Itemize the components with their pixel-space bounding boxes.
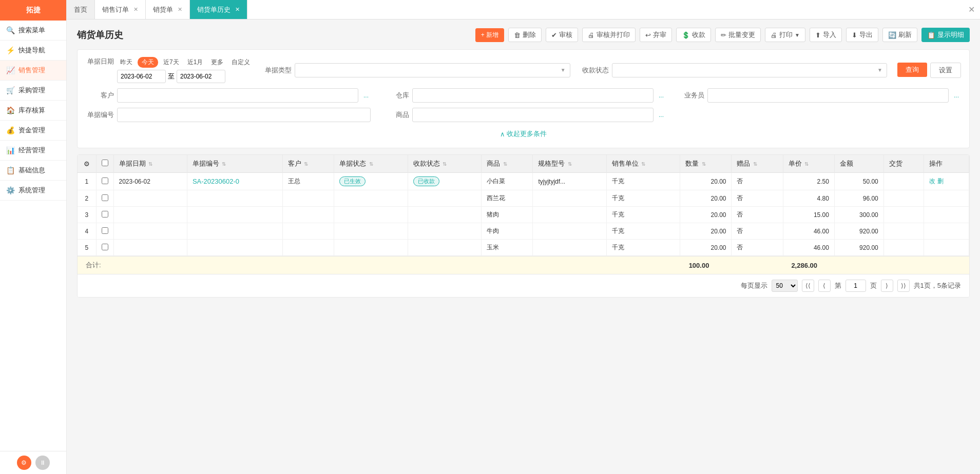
goods-input[interactable] <box>412 108 654 122</box>
row-checkbox[interactable] <box>102 177 108 184</box>
col-quantity-label: 数量 <box>685 160 699 167</box>
doc-type-select[interactable]: ▼ <box>295 63 570 77</box>
query-button[interactable]: 查询 <box>897 63 927 77</box>
import-button[interactable]: ⬆ 导入 <box>810 28 842 42</box>
new-button[interactable]: + 新增 <box>475 28 504 42</box>
cell-checkbox[interactable] <box>96 223 113 240</box>
row-checkbox[interactable] <box>102 211 108 218</box>
date-start-input[interactable] <box>117 70 166 83</box>
collapse-button[interactable]: ∧ 收起更多条件 <box>86 127 961 141</box>
tab-sales-delivery-close[interactable]: ✕ <box>178 6 182 13</box>
col-spec-header[interactable]: 规格型号 ⇅ <box>533 155 606 173</box>
customer-input[interactable] <box>117 88 358 103</box>
action-edit[interactable]: 改 <box>929 177 935 185</box>
sidebar-item-finance[interactable]: 💰 资金管理 <box>0 121 66 141</box>
cell-customer <box>283 190 334 207</box>
goods-ellipsis[interactable]: ... <box>657 111 666 118</box>
shortcut-today[interactable]: 今天 <box>138 57 158 68</box>
col-gift-header[interactable]: 赠品 ⇅ <box>732 155 783 173</box>
col-customer-header[interactable]: 客户 ⇅ <box>283 155 334 173</box>
page-size-select[interactable]: 50 100 200 <box>772 280 798 292</box>
salesperson-input[interactable] <box>707 88 949 103</box>
warehouse-ellipsis[interactable]: ... <box>657 92 666 99</box>
collect-button[interactable]: 💲 收款 <box>676 28 711 42</box>
customer-ellipsis[interactable]: ... <box>361 92 371 99</box>
col-unit-label: 销售单位 <box>612 160 639 167</box>
shortcut-yesterday[interactable]: 昨天 <box>117 57 136 68</box>
salesperson-ellipsis[interactable]: ... <box>952 92 961 99</box>
doc-number-link[interactable]: SA-20230602-0 <box>193 177 239 185</box>
col-unit-price-header[interactable]: 单价 ⇅ <box>783 155 834 173</box>
cell-checkbox[interactable] <box>96 173 113 190</box>
page-first-button[interactable]: ⟨⟨ <box>802 280 814 292</box>
col-checkbox-header[interactable] <box>96 155 113 173</box>
warehouse-input[interactable] <box>412 88 654 103</box>
col-unit-header[interactable]: 销售单位 ⇅ <box>606 155 680 173</box>
sidebar-bottom-btn1[interactable]: ⚙ <box>17 456 31 470</box>
audit-button[interactable]: ✔ 审核 <box>546 28 578 42</box>
tab-sales-history-label: 销货单历史 <box>197 5 230 14</box>
export-button[interactable]: ⬇ 导出 <box>846 28 878 42</box>
cell-customer: 王总 <box>283 173 334 190</box>
tab-sales-order-close[interactable]: ✕ <box>133 6 138 13</box>
doc-number-input[interactable] <box>117 108 371 122</box>
col-goods-header[interactable]: 商品 ⇅ <box>482 155 533 173</box>
collect-status-select[interactable]: ▼ <box>612 63 887 77</box>
date-end-input[interactable] <box>177 70 225 83</box>
cell-gift: 否 <box>732 223 783 240</box>
tab-sales-history-close[interactable]: ✕ <box>235 6 240 13</box>
cell-checkbox[interactable] <box>96 240 113 256</box>
shortcut-7days[interactable]: 近7天 <box>160 57 182 68</box>
col-collect-status-header[interactable]: 收款状态 ⇅ <box>408 155 481 173</box>
col-config-header[interactable]: ⚙ <box>78 155 96 173</box>
sidebar-item-quick-nav[interactable]: ⚡ 快捷导航 <box>0 41 66 61</box>
sidebar-item-sales-mgmt[interactable]: 📈 销售管理 <box>0 61 66 81</box>
cell-checkbox[interactable] <box>96 207 113 223</box>
tab-home[interactable]: 首页 <box>67 0 95 19</box>
shortcut-1month[interactable]: 近1月 <box>184 57 206 68</box>
sidebar-item-purchase-mgmt[interactable]: 🛒 采购管理 <box>0 81 66 101</box>
col-quantity-header[interactable]: 数量 ⇅ <box>680 155 732 173</box>
col-amount-header[interactable]: 金额 <box>834 155 883 173</box>
page-next-button[interactable]: ⟩ <box>881 280 893 292</box>
show-detail-button[interactable]: 📋 显示明细 <box>921 28 970 42</box>
collect-status-badge: 已收款 <box>413 176 439 186</box>
tab-close-all-icon[interactable]: ✕ <box>968 5 975 14</box>
sidebar-bottom-btn2[interactable]: ⏸ <box>35 456 50 470</box>
cell-gift: 否 <box>732 173 783 190</box>
select-all-checkbox[interactable] <box>102 160 108 166</box>
cell-checkbox[interactable] <box>96 190 113 207</box>
page-number-input[interactable] <box>846 280 866 292</box>
shortcut-more[interactable]: 更多 <box>208 57 226 68</box>
audit-print-button[interactable]: 🖨 审核并打印 <box>582 28 636 42</box>
col-doc-number-header[interactable]: 单据编号 ⇅ <box>187 155 282 173</box>
cell-actions <box>924 190 969 207</box>
tab-sales-delivery[interactable]: 销货单 ✕ <box>146 0 190 19</box>
action-delete[interactable]: 删 <box>937 177 944 185</box>
shortcut-custom[interactable]: 自定义 <box>228 57 253 68</box>
tab-sales-order[interactable]: 销售订单 ✕ <box>95 0 146 19</box>
batch-change-button[interactable]: ✏ 批量变更 <box>715 28 761 42</box>
sidebar-item-system-mgmt[interactable]: ⚙️ 系统管理 <box>0 181 66 201</box>
collapse-label: 收起更多条件 <box>507 129 547 139</box>
row-checkbox[interactable] <box>102 194 108 201</box>
col-spec-label: 规格型号 <box>538 160 565 167</box>
col-doc-date-header[interactable]: 单据日期 ⇅ <box>113 155 187 173</box>
row-checkbox[interactable] <box>102 227 108 234</box>
refresh-button[interactable]: 🔄 刷新 <box>882 28 917 42</box>
col-customer-label: 客户 <box>288 160 301 167</box>
sidebar-item-operations[interactable]: 📊 经营管理 <box>0 141 66 161</box>
abandon-button[interactable]: ↩ 弃审 <box>640 28 672 42</box>
page-last-button[interactable]: ⟩⟩ <box>897 280 910 292</box>
sidebar-item-basic-info[interactable]: 📋 基础信息 <box>0 161 66 181</box>
sidebar-item-inventory[interactable]: 🏠 库存核算 <box>0 101 66 121</box>
delete-button[interactable]: 🗑 删除 <box>508 28 542 42</box>
print-button[interactable]: 🖨 打印 ▼ <box>765 28 805 42</box>
settings-button[interactable]: 设置 <box>930 63 961 78</box>
col-doc-status-header[interactable]: 单据状态 ⇅ <box>334 155 408 173</box>
tab-sales-history[interactable]: 销货单历史 ✕ <box>190 0 247 19</box>
sidebar-item-search-menu[interactable]: 🔍 搜索菜单 <box>0 21 66 41</box>
row-checkbox[interactable] <box>102 244 108 250</box>
page-prev-button[interactable]: ⟨ <box>818 280 831 292</box>
show-detail-label: 显示明细 <box>937 30 964 40</box>
